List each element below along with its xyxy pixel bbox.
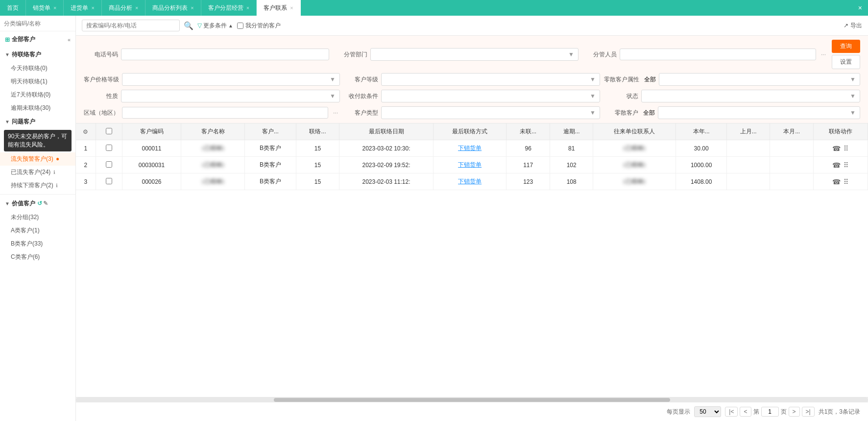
- sidebar-all-customers[interactable]: ⊞ 全部客户 «: [0, 31, 75, 48]
- status-select[interactable]: ▼: [641, 90, 860, 102]
- tab-close-purchase[interactable]: ×: [91, 5, 94, 11]
- th-name[interactable]: 客户名称: [181, 124, 244, 140]
- sidebar-item-churn-warning[interactable]: 流失预警客户(3) ●: [0, 152, 75, 166]
- th-cust-type[interactable]: 客户...: [245, 124, 296, 140]
- sidebar-group-problem[interactable]: ▼ 问题客户: [0, 115, 75, 129]
- horizontal-scrollbar[interactable]: [76, 397, 868, 402]
- action-more-icon[interactable]: ⠿: [844, 178, 848, 186]
- row-checkbox-cell[interactable]: [96, 173, 122, 190]
- row-checkbox-cell[interactable]: [96, 140, 122, 157]
- tab-close-analysis-list[interactable]: ×: [191, 5, 193, 11]
- tab-analysis-list[interactable]: 商品分析列表 ×: [145, 0, 201, 16]
- row-name: （已模糊）: [181, 157, 244, 173]
- row-last-method[interactable]: 下销货单: [433, 173, 506, 190]
- th-contact[interactable]: 联络...: [296, 124, 339, 140]
- settings-icon[interactable]: ⚙: [83, 128, 88, 135]
- sidebar-item-tomorrow[interactable]: 明天待联络(1): [0, 75, 75, 88]
- close-all-tabs[interactable]: ×: [852, 4, 868, 12]
- search-button[interactable]: 🔍: [184, 21, 193, 30]
- export-button[interactable]: ↗ 导出: [844, 22, 862, 30]
- prev-page-btn[interactable]: <: [740, 407, 751, 417]
- sidebar-item-declining[interactable]: 持续下滑客户(2) ℹ: [0, 179, 75, 192]
- page-input[interactable]: [761, 407, 779, 417]
- cust-type-select[interactable]: ▼: [381, 106, 600, 119]
- th-code[interactable]: 客户编码: [122, 124, 181, 140]
- tab-close-sales[interactable]: ×: [53, 5, 56, 11]
- price-select[interactable]: ▼: [122, 73, 340, 86]
- th-last-date[interactable]: 最后联络日期: [339, 124, 434, 140]
- edit-icon-value[interactable]: ✎: [43, 200, 48, 207]
- refresh-icon-value[interactable]: ↺: [37, 200, 42, 207]
- first-page-btn[interactable]: |<: [725, 407, 738, 417]
- action-more-icon[interactable]: ⠿: [844, 145, 848, 152]
- my-customers-checkbox[interactable]: [237, 23, 243, 29]
- action-more-icon[interactable]: ⠿: [844, 161, 848, 169]
- query-button[interactable]: 查询: [832, 40, 860, 53]
- tab-customer-tier[interactable]: 客户分层经营 ×: [201, 0, 257, 16]
- scrollbar-thumb[interactable]: [274, 398, 670, 402]
- tab-customer-contact[interactable]: 客户联系 ×: [257, 0, 300, 16]
- action-contact-icon[interactable]: ☎: [832, 178, 841, 186]
- sidebar-item-overdue[interactable]: 逾期未联络(30): [0, 101, 75, 115]
- cust-level-select[interactable]: ▼: [381, 73, 600, 86]
- setting-button[interactable]: 设置: [832, 55, 860, 69]
- sidebar-item-churned[interactable]: 已流失客户(24) ℹ: [0, 166, 75, 179]
- phone-input[interactable]: [121, 49, 329, 60]
- row-last-method[interactable]: 下销货单: [433, 157, 506, 173]
- th-checkbox[interactable]: [96, 124, 122, 140]
- more-filter-button[interactable]: ▽ 更多条件 ▲: [197, 22, 233, 30]
- tab-purchase[interactable]: 进货单 ×: [64, 0, 101, 16]
- tab-close-analysis[interactable]: ×: [135, 5, 138, 11]
- sidebar-group-value[interactable]: ▼ 价值客户 ↺ ✎: [0, 197, 75, 211]
- sidebar-item-c-class[interactable]: C类客户(6): [0, 250, 75, 264]
- per-page-select[interactable]: 50 100 200: [694, 406, 721, 417]
- th-settings[interactable]: ⚙: [76, 124, 96, 140]
- sidebar-search-input[interactable]: [4, 20, 76, 27]
- retail-attr-label: 零散客户属性: [604, 75, 639, 84]
- row-checkbox[interactable]: [106, 178, 112, 184]
- tab-home[interactable]: 首页: [0, 0, 26, 16]
- th-this-year[interactable]: 本年...: [676, 124, 727, 140]
- tab-close-customer-tier[interactable]: ×: [246, 5, 249, 11]
- gender-select[interactable]: ▼: [121, 90, 340, 102]
- my-customers-checkbox-label[interactable]: 我分管的客户: [237, 22, 281, 30]
- arrow-problem: ▼: [5, 119, 10, 124]
- last-page-btn[interactable]: >|: [802, 407, 815, 417]
- th-uncontacted[interactable]: 未联...: [506, 124, 550, 140]
- action-contact-icon[interactable]: ☎: [832, 161, 841, 169]
- manager-input[interactable]: [620, 49, 816, 60]
- th-overdue[interactable]: 逾期...: [550, 124, 593, 140]
- region-more-btn[interactable]: ···: [331, 109, 340, 116]
- row-checkbox-cell[interactable]: [96, 157, 122, 173]
- tab-sales[interactable]: 销货单 ×: [26, 0, 64, 16]
- row-checkbox[interactable]: [106, 161, 112, 168]
- content-area: 🔍 ▽ 更多条件 ▲ 我分管的客户 ↗ 导出 电话号码: [76, 16, 868, 421]
- manager-more-btn[interactable]: ···: [819, 51, 828, 58]
- dept-select[interactable]: ▼: [370, 48, 579, 61]
- th-last-method[interactable]: 最后联络方式: [433, 124, 506, 140]
- sidebar-item-7days[interactable]: 近7天待联络(0): [0, 88, 75, 101]
- region-input[interactable]: [122, 107, 328, 119]
- retail-attr-select[interactable]: ▼: [659, 73, 860, 86]
- sidebar-item-today[interactable]: 今天待联络(0): [0, 62, 75, 75]
- th-action[interactable]: 联络动作: [813, 124, 868, 140]
- payment-select[interactable]: ▼: [381, 90, 600, 102]
- next-page-btn[interactable]: >: [789, 407, 800, 417]
- sidebar-item-a-class[interactable]: A类客户(1): [0, 224, 75, 237]
- tab-analysis[interactable]: 商品分析 ×: [102, 0, 145, 16]
- th-unit-contacts[interactable]: 往来单位联系人: [593, 124, 676, 140]
- retail-cust-select[interactable]: ▼: [658, 106, 860, 119]
- search-input[interactable]: [82, 20, 180, 31]
- row-checkbox[interactable]: [106, 145, 112, 151]
- row-overdue: 102: [550, 157, 593, 173]
- select-all-checkbox[interactable]: [106, 128, 112, 134]
- tab-close-customer-contact[interactable]: ×: [290, 5, 293, 11]
- action-contact-icon[interactable]: ☎: [832, 145, 841, 152]
- sidebar-item-ungrouped[interactable]: 未分组(32): [0, 211, 75, 224]
- th-last-month[interactable]: 上月...: [726, 124, 770, 140]
- sidebar-item-b-class[interactable]: B类客户(33): [0, 237, 75, 250]
- sidebar-group-pending[interactable]: ▼ 待联络客户: [0, 48, 75, 62]
- table-row: 3 000026 （已模糊） B类客户 15 2023-02-03 11:12:…: [76, 173, 868, 190]
- row-last-method[interactable]: 下销货单: [433, 140, 506, 157]
- th-this-month[interactable]: 本月...: [770, 124, 814, 140]
